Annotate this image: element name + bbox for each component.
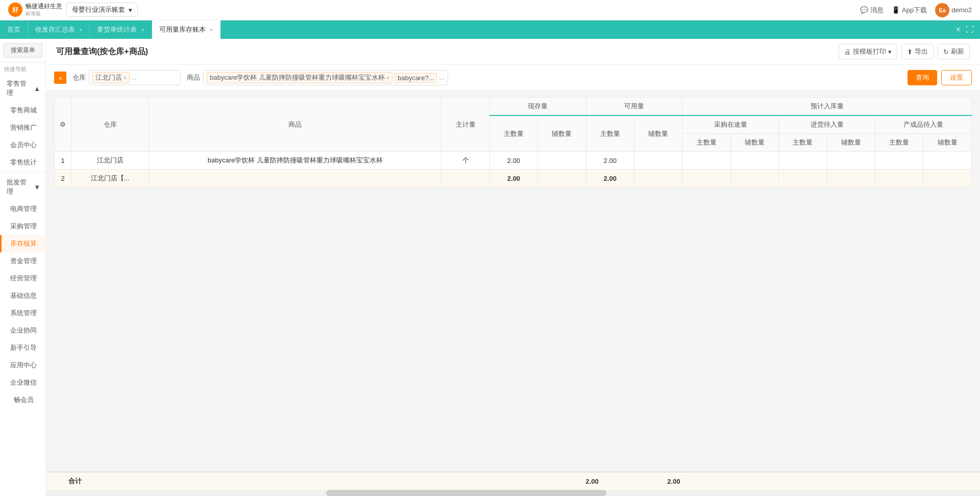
tab-available-stock[interactable]: 可用量库存账本 × — [152, 20, 220, 39]
footer-current-total: 2.00 — [572, 473, 612, 490]
footer-empty-1 — [46, 473, 61, 490]
download-icon: 📱 — [892, 6, 900, 14]
product-tag-label2: babycare?... — [398, 74, 434, 82]
th-available-main: 主数量 — [586, 115, 634, 152]
message-button[interactable]: 💬 消息 — [860, 6, 884, 15]
download-label: App下载 — [902, 6, 927, 15]
app-download-button[interactable]: 📱 App下载 — [892, 6, 927, 15]
td-available-main-1: 2.00 — [586, 152, 634, 170]
footer-empty-2 — [112, 473, 531, 490]
filter-expand-button[interactable]: » — [54, 72, 66, 84]
warehouse-tag-close[interactable]: × — [124, 75, 127, 81]
sidebar-retail-mall-label: 零售商城 — [10, 106, 37, 115]
sidebar-item-app-center[interactable]: 应用中心 — [0, 357, 45, 374]
sidebar-item-vip-member[interactable]: 畅会员 — [0, 391, 45, 409]
data-table: ⚙ 仓库 商品 主计量 现存量 可用量 预计入库量 主数量 辅数量 主数量 辅数… — [54, 97, 972, 187]
chevron-icon: ▲ — [34, 85, 40, 92]
th-inbound-main: 主数量 — [779, 134, 827, 152]
settings-button[interactable]: 设置 — [941, 70, 972, 85]
warehouse-filter-tags[interactable]: 江北门店 × ... — [89, 70, 181, 85]
sidebar-item-sys-mgmt[interactable]: 系统管理 — [0, 304, 45, 322]
product-filter-tags[interactable]: babycare学饮杯 儿童防摔防撞吸管杯重力球吸嘴杯宝宝水杯 × babyca… — [203, 70, 448, 85]
td-current-main-2: 2.00 — [489, 170, 537, 187]
industry-selector[interactable]: 母婴行业演示账套 ▾ — [66, 3, 138, 17]
sidebar-ops-mgmt-label: 经营管理 — [10, 274, 37, 283]
sidebar-item-retail-stats[interactable]: 零售统计 — [0, 154, 45, 171]
product-more-icon[interactable]: ... — [439, 74, 444, 81]
print-icon: 🖨 — [844, 48, 851, 56]
td-finished-main-2 — [875, 170, 923, 187]
export-icon: ⬆ — [907, 48, 913, 56]
tab-home[interactable]: 首页 — [0, 20, 28, 39]
table-area: ⚙ 仓库 商品 主计量 现存量 可用量 预计入库量 主数量 辅数量 主数量 辅数… — [46, 91, 980, 471]
expand-icon: » — [58, 74, 62, 82]
horizontal-scrollbar[interactable] — [46, 490, 980, 496]
th-finished-aux: 辅数量 — [923, 134, 972, 152]
close-tab-btn[interactable]: × — [956, 25, 961, 34]
td-purchase-aux-2 — [730, 170, 778, 187]
sidebar-finance-mgmt-label: 资金管理 — [10, 256, 37, 266]
settings-label: 设置 — [950, 74, 963, 81]
td-finished-main-1 — [875, 152, 923, 170]
sidebar-item-ecommerce[interactable]: 电商管理 — [0, 200, 45, 218]
product-tag-close[interactable]: × — [386, 75, 389, 81]
message-icon: 💬 — [860, 6, 868, 14]
sidebar-new-guide-label: 新手引导 — [10, 343, 37, 352]
sidebar-item-inventory-check[interactable]: 库存核算 — [0, 235, 45, 252]
search-menu-button[interactable]: 搜索菜单 — [3, 43, 42, 58]
sidebar-item-retail-mall[interactable]: 零售商城 — [0, 102, 45, 119]
td-available-aux-1 — [634, 152, 682, 170]
tab-receive-summary-close[interactable]: × — [79, 27, 82, 33]
th-settings[interactable]: ⚙ — [55, 98, 71, 152]
sidebar-item-finance-mgmt[interactable]: 资金管理 — [0, 252, 45, 270]
content-area: 可用量查询(按仓库+商品) 🖨 按模板打印 ▾ ⬆ 导出 ↻ 刷新 — [46, 39, 980, 496]
warehouse-more-icon[interactable]: ... — [132, 74, 137, 81]
footer-empty-10 — [898, 473, 939, 490]
sidebar-item-member-center[interactable]: 会员中心 — [0, 136, 45, 154]
product-filter-group: 商品 babycare学饮杯 儿童防摔防撞吸管杯重力球吸嘴杯宝宝水杯 × bab… — [187, 70, 448, 85]
app-name: 畅捷通好生意 — [26, 3, 62, 10]
export-button[interactable]: ⬆ 导出 — [901, 44, 934, 59]
td-seq-1: 1 — [55, 152, 71, 170]
sidebar-enterprise-wechat-label: 企业微信 — [10, 378, 37, 387]
td-current-aux-1 — [538, 152, 586, 170]
td-finished-aux-1 — [923, 152, 972, 170]
footer-empty-8 — [817, 473, 857, 490]
sidebar-item-basic-info[interactable]: 基础信息 — [0, 287, 45, 304]
th-product: 商品 — [149, 98, 442, 152]
sidebar-item-wholesale-mgmt[interactable]: 批发管理 ▼ — [0, 174, 45, 200]
refresh-button[interactable]: ↻ 刷新 — [938, 44, 970, 59]
query-label: 查询 — [916, 74, 929, 81]
sidebar-item-new-guide[interactable]: 新手引导 — [0, 339, 45, 357]
sidebar-app-center-label: 应用中心 — [10, 361, 37, 370]
sidebar-item-retail-mgmt[interactable]: 零售管理 ▲ — [0, 75, 45, 102]
sidebar-item-marketing[interactable]: 营销推广 — [0, 119, 45, 136]
th-planned-inbound: 预计入库量 — [682, 98, 972, 116]
tab-order-stats-close[interactable]: × — [141, 27, 144, 33]
quick-nav-label: 快捷导航 — [0, 62, 45, 75]
tab-order-stats[interactable]: 要货单统计表 × — [90, 20, 152, 39]
footer-label: 合计 — [61, 473, 112, 490]
sidebar-enterprise-collab-label: 企业协同 — [10, 326, 37, 335]
query-button[interactable]: 查询 — [908, 70, 937, 85]
sidebar-item-ops-mgmt[interactable]: 经营管理 — [0, 270, 45, 287]
td-warehouse-2: 江北门店【... — [71, 170, 149, 187]
tab-receive-summary[interactable]: 收发存汇总表 × — [28, 20, 90, 39]
tab-available-stock-close[interactable]: × — [210, 27, 213, 33]
footer-row: 合计 2.00 2.00 — [46, 473, 980, 490]
top-bar-right: 💬 消息 📱 App下载 Ea demo2 — [860, 3, 972, 17]
filter-area: » 仓库 江北门店 × ... 商品 babycare学饮杯 儿童防摔防撞吸管杯… — [46, 65, 980, 91]
sidebar-item-enterprise-wechat[interactable]: 企业微信 — [0, 374, 45, 391]
chevron-down-icon: ▾ — [129, 6, 132, 14]
template-print-button[interactable]: 🖨 按模板打印 ▾ — [839, 44, 897, 59]
td-inbound-main-2 — [779, 170, 827, 187]
maximize-btn[interactable]: ⛶ — [966, 25, 974, 34]
user-profile[interactable]: Ea demo2 — [935, 3, 972, 17]
th-current-main: 主数量 — [489, 115, 537, 152]
product-filter-label: 商品 — [187, 73, 200, 82]
sidebar-item-purchase-mgmt[interactable]: 采购管理 — [0, 218, 45, 235]
sidebar-item-enterprise-collab[interactable]: 企业协同 — [0, 322, 45, 339]
filter-right-actions: 查询 设置 — [908, 70, 972, 85]
sidebar-retail-mgmt-label: 零售管理 — [7, 79, 32, 98]
scrollbar-thumb[interactable] — [326, 490, 606, 496]
